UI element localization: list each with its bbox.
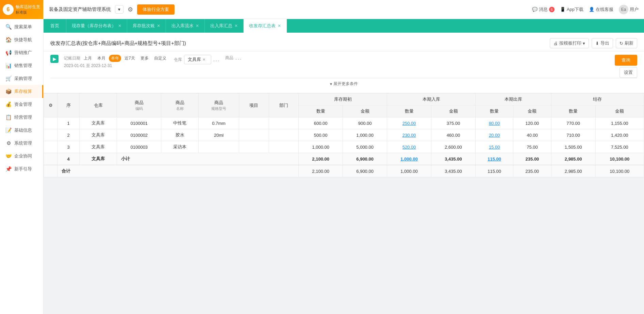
last7-btn[interactable]: 近7天 (122, 55, 137, 62)
tab-close-1[interactable]: ✕ (118, 23, 121, 28)
finance-icon: 💰 (5, 101, 12, 108)
settings-icon[interactable]: ⚙ (128, 6, 133, 13)
main-content: 收发存汇总表(按仓库+商品编码+商品+规格型号+项目+部门) 🖨 按模板打印 ▾… (44, 33, 644, 314)
topbar: 装备及固定资产辅助管理系统 ▾ ⚙ 体验行业方案 💬 消息 6 📱 App下载 … (44, 0, 644, 19)
th-goods-spec: 商品规格型号 (199, 94, 239, 117)
sidebar-item-quick-nav[interactable]: 🏠 快捷导航 (0, 33, 43, 46)
tab-2[interactable]: 库存批次账✕ (127, 19, 166, 33)
app-download-label: App下载 (567, 6, 583, 13)
message-icon: 💬 (532, 7, 538, 12)
basic-info-icon: 📝 (5, 127, 12, 133)
trial-btn[interactable]: 体验行业方案 (137, 4, 175, 15)
print-btn[interactable]: 🖨 按模板打印 ▾ (550, 38, 589, 48)
th-in-group: 本期入库 (387, 94, 476, 105)
system-icon: ⚙ (5, 140, 12, 146)
sidebar-item-finance[interactable]: 💰 资金管理 (0, 98, 43, 111)
warehouse-tag-close[interactable]: ✕ (202, 57, 205, 62)
export-btn[interactable]: ⬇ 导出 (592, 38, 613, 48)
operation-icon: 📋 (5, 114, 12, 120)
online-service-label: 在线客服 (596, 6, 613, 13)
th-out-group: 本期出库 (476, 94, 551, 105)
tab-label-5: 收发存汇总表 (249, 23, 276, 29)
subtotal-row: 4 文具库 小计 2,100.00 6,900.00 1,000.00 3,43… (44, 153, 644, 165)
sidebar-item-sales[interactable]: 📊 销售管理 (0, 59, 43, 72)
tab-1[interactable]: 现存量（库存分布表）✕ (66, 19, 127, 33)
table-row: 1 文具库 0100001 中性笔 0.7mm 600.00 900.00 25… (44, 117, 644, 129)
warehouse-more[interactable]: ... (213, 56, 220, 63)
tab-4[interactable]: 出入库汇总✕ (205, 19, 244, 33)
avatar: Ea (619, 5, 628, 14)
sidebar-item-marketing[interactable]: 📢 营销推广 (0, 46, 43, 59)
sidebar-item-system[interactable]: ⚙ 系统管理 (0, 137, 43, 150)
total-opening-qty: 2,100.00 (299, 165, 343, 177)
sidebar-item-purchase[interactable]: 🛒 采购管理 (0, 72, 43, 85)
print-icon: 🖨 (554, 41, 558, 46)
refresh-btn[interactable]: ↻ 刷新 (616, 38, 637, 48)
enterprise-icon: 🤝 (5, 153, 12, 159)
online-service-action[interactable]: 👤 在线客服 (589, 6, 613, 13)
app-download-action[interactable]: 📱 App下载 (560, 6, 583, 13)
th-no: 序 (57, 94, 80, 117)
guide-icon: 📌 (5, 166, 12, 172)
more-btn[interactable]: 更多 (138, 55, 151, 62)
tab-5[interactable]: 收发存汇总表✕ (244, 19, 287, 33)
th-out-qty: 数量 (476, 105, 513, 117)
purchase-icon: 🛒 (5, 76, 12, 82)
tab-close-5[interactable]: ✕ (278, 23, 281, 28)
tab-0[interactable]: 首页 (44, 19, 66, 33)
user-label: 用户 (630, 6, 639, 13)
last-month-btn[interactable]: 上月 (82, 55, 94, 62)
th-opening-group: 库存期初 (299, 94, 387, 105)
data-table: ⚙ 序 仓库 商品编码 商品名称 商品规格型号 项目 部门 库存期初 本期入库 … (44, 93, 644, 177)
page-header: 收发存汇总表(按仓库+商品编码+商品+规格型号+项目+部门) 🖨 按模板打印 ▾… (44, 33, 644, 51)
system-dropdown[interactable]: ▾ (115, 5, 123, 14)
sidebar-item-basic-info[interactable]: 📝 基础信息 (0, 124, 43, 137)
th-goods-name: 商品名称 (161, 94, 199, 117)
this-month-btn[interactable]: 本月 (95, 55, 108, 62)
custom-btn[interactable]: 自定义 (152, 55, 168, 62)
total-out-amt: 235.00 (513, 165, 551, 177)
tab-close-2[interactable]: ✕ (157, 23, 160, 28)
table-settings-icon[interactable]: ⚙ (49, 103, 53, 108)
settings-btn[interactable]: 设置 (620, 67, 637, 78)
goods-filter: 商品 ... (225, 55, 242, 61)
date-range: 2023-01-01 至 2023-12-31 (64, 63, 168, 69)
tab-label-3: 出入库流水 (171, 23, 194, 29)
sidebar-item-search[interactable]: 🔍 搜索菜单 (0, 20, 43, 33)
sidebar-item-guide[interactable]: 📌 新手引导 (0, 163, 43, 176)
sidebar-item-inventory[interactable]: 📦 库存核算 (0, 85, 43, 98)
filter-arrow[interactable]: ▶ (50, 55, 59, 63)
this-year-btn[interactable]: 本年 (109, 55, 121, 62)
sidebar-label-search: 搜索菜单 (14, 24, 32, 30)
user-action[interactable]: Ea 用户 (619, 5, 639, 14)
tab-close-4[interactable]: ✕ (234, 23, 238, 28)
warehouse-tag[interactable]: 文具库 ✕ (184, 55, 211, 64)
th-goods-code: 商品编码 (117, 94, 161, 117)
tab-label-0: 首页 (50, 23, 59, 29)
th-project: 项目 (239, 94, 269, 117)
logo-sub: 标准版 (16, 10, 40, 15)
expand-conditions[interactable]: ▾ 展开更多条件 (50, 78, 637, 89)
goods-more[interactable]: ... (235, 55, 242, 61)
date-filter-group: 记账日期 上月 本月 本年 近7天 更多 自定义 2023-01-01 至 20… (64, 55, 168, 69)
warehouse-tag-value: 文具库 (188, 56, 201, 63)
col-settings-header[interactable]: ⚙ (44, 94, 57, 117)
chevron-down-icon: ▾ (583, 41, 585, 46)
query-btn[interactable]: 查询 (615, 55, 637, 66)
content-area: 收发存汇总表(按仓库+商品编码+商品+规格型号+项目+部门) 🖨 按模板打印 ▾… (44, 33, 644, 177)
sidebar-label-system: 系统管理 (14, 140, 32, 146)
topbar-actions: 💬 消息 6 📱 App下载 👤 在线客服 Ea 用户 (532, 5, 639, 14)
total-in-qty: 1,000.00 (387, 165, 431, 177)
export-icon: ⬇ (595, 41, 599, 46)
message-action[interactable]: 💬 消息 6 (532, 6, 555, 13)
date-label: 记账日期 (64, 55, 80, 61)
tab-3[interactable]: 出入库流水✕ (166, 19, 205, 33)
tab-label-1: 现存量（库存分布表） (72, 23, 116, 29)
sidebar-menu: 🔍 搜索菜单🏠 快捷导航📢 营销推广📊 销售管理🛒 采购管理📦 库存核算💰 资金… (0, 19, 43, 314)
tab-close-3[interactable]: ✕ (196, 23, 199, 28)
total-in-amt: 3,435.00 (431, 165, 476, 177)
sidebar-item-enterprise[interactable]: 🤝 企业协同 (0, 150, 43, 163)
sidebar-item-operation[interactable]: 📋 经营管理 (0, 111, 43, 124)
tabbar: 首页现存量（库存分布表）✕库存批次账✕出入库流水✕出入库汇总✕收发存汇总表✕ (44, 19, 644, 33)
phone-icon: 📱 (560, 7, 565, 12)
